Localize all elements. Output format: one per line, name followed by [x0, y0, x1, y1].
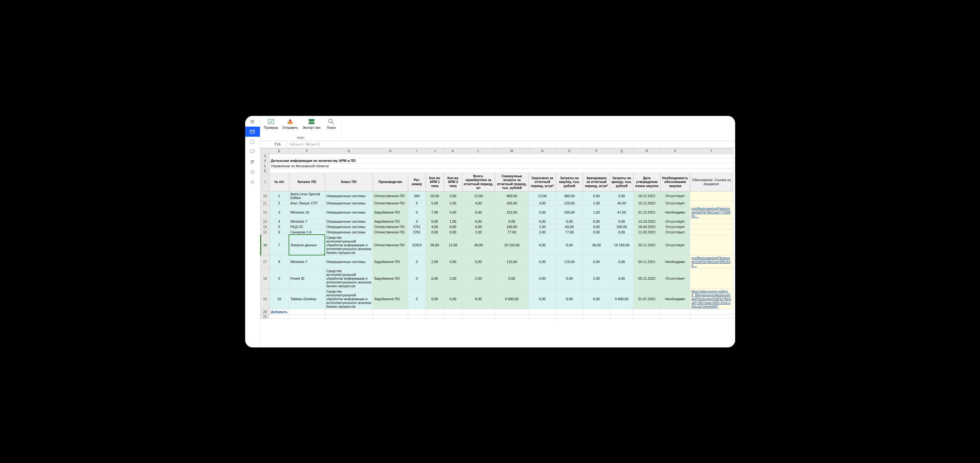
cell[interactable] — [325, 315, 372, 318]
cell-a2[interactable]: 2,00 — [444, 200, 462, 206]
row-header[interactable]: 6 — [261, 169, 269, 172]
cell-catalog[interactable]: Astra Linux Special Edition — [289, 191, 325, 200]
row-header[interactable]: 4 — [261, 158, 269, 163]
cell[interactable] — [690, 315, 733, 318]
table-header[interactable]: Затраты на аренду, тыс. рублей — [610, 172, 633, 191]
cell-reg[interactable]: 2291 — [408, 229, 425, 235]
cell-rcost[interactable]: 18 150,00 — [610, 235, 633, 255]
cell[interactable] — [583, 315, 610, 318]
ribbon-btn-export[interactable]: XLSX Экспорт xlsx — [301, 117, 322, 130]
cell-rcost[interactable]: 100,00 — [610, 224, 633, 229]
cell-link[interactable] — [690, 235, 733, 255]
cell-sum[interactable]: 0,00 — [495, 219, 529, 224]
cell[interactable] — [495, 309, 529, 315]
cell-bought[interactable]: 0,00 — [529, 268, 556, 289]
table-header[interactable]: Каталог ПО — [289, 172, 325, 191]
cell-a1[interactable]: 5,00 — [425, 200, 444, 206]
cell-prod[interactable]: Зарубежное ПО — [372, 268, 408, 289]
cell-reg[interactable]: 369 — [408, 191, 425, 200]
cell-sum[interactable]: 110,00 — [495, 255, 529, 268]
cell-date[interactable]: 31.12.2021 — [633, 206, 660, 219]
table-header[interactable]: Класс ПО — [325, 172, 372, 191]
row-header[interactable]: 11 — [261, 200, 269, 206]
cell-class[interactable]: Операционные системы — [325, 255, 372, 268]
cell-catalog[interactable]: РЕД ОС — [289, 224, 325, 229]
cell-bcost[interactable]: 480,00 — [556, 191, 583, 200]
cell-a2[interactable]: 12,00 — [444, 235, 462, 255]
cell-reg[interactable]: 9 — [408, 200, 425, 206]
cell-link[interactable] — [690, 191, 733, 200]
cell[interactable] — [462, 315, 495, 318]
cell-sum[interactable]: 0,00 — [495, 268, 529, 289]
cell-date[interactable]: 01.07.2022 — [633, 289, 660, 309]
table-header[interactable]: Необходимость обоснования закупки — [660, 172, 690, 191]
cell-prod[interactable]: Отечественное ПО — [372, 224, 408, 229]
cell-n[interactable]: 8 — [269, 255, 289, 268]
cell-total[interactable]: 2,00 — [462, 229, 495, 235]
cell-class[interactable]: Операционные системы — [325, 200, 372, 206]
cell[interactable] — [269, 315, 289, 318]
cell-rcost[interactable]: 0,00 — [610, 229, 633, 235]
cell-rent[interactable]: 0,00 — [583, 229, 610, 235]
cell-reg[interactable]: 0 — [408, 255, 425, 268]
cell-bought[interactable]: 0,00 — [529, 289, 556, 309]
col-header-T[interactable]: T — [690, 148, 733, 154]
cell-n[interactable]: 10 — [269, 289, 289, 309]
cell-a2[interactable]: 5,00 — [444, 289, 462, 309]
cell[interactable] — [610, 315, 633, 318]
cell-bought[interactable]: 5,00 — [529, 255, 556, 268]
cell-need[interactable]: Отсутствует — [660, 219, 690, 224]
cell-prod[interactable]: Зарубежное ПО — [372, 289, 408, 309]
row-header[interactable]: 17 — [261, 255, 269, 268]
select-all-corner[interactable] — [261, 148, 269, 154]
cell-reg[interactable]: 0 — [408, 289, 425, 309]
cell[interactable] — [610, 309, 633, 315]
cell-bought[interactable]: 3,00 — [529, 200, 556, 206]
cell-date[interactable]: 05.12.2022 — [633, 268, 660, 289]
cell-catalog[interactable]: Энергия данных… — [289, 235, 325, 255]
cell-date[interactable]: 11.02.2022 — [633, 229, 660, 235]
row-header[interactable]: 14 — [261, 224, 269, 229]
cell-class[interactable]: Операционные системы — [325, 229, 372, 235]
cell-rcost[interactable]: 0,00 — [610, 255, 633, 268]
cell-prod[interactable]: Зарубежное ПО — [372, 255, 408, 268]
cell-class[interactable]: Операционные системы — [325, 224, 372, 229]
cell-dropdown-icon[interactable]: … — [320, 249, 324, 254]
title-cell[interactable]: Детальная информация по количеству АРМ и… — [269, 158, 733, 163]
cell-date[interactable]: 15.12.2022 — [633, 200, 660, 206]
add-link[interactable]: Добавить — [271, 310, 288, 314]
table-header[interactable]: Затраты на закупку, тыс. рублей — [556, 172, 583, 191]
cell[interactable] — [633, 309, 660, 315]
cell-need[interactable]: Отсутствует — [660, 229, 690, 235]
subtitle-cell[interactable]: Управление по Московской области — [269, 163, 733, 169]
cell-class[interactable]: Операционные системы — [325, 191, 372, 200]
row-header[interactable]: 16 — [261, 235, 269, 255]
cell-n[interactable]: 3 — [269, 206, 289, 219]
cell-a2[interactable]: 1,00 — [444, 219, 462, 224]
name-box[interactable]: F16 — [269, 142, 287, 147]
row-header[interactable]: 20 — [261, 309, 269, 315]
cell-rent[interactable]: 0,00 — [583, 191, 610, 200]
col-header-O[interactable]: O — [556, 148, 583, 154]
cell-prod[interactable]: Зарубежное ПО — [372, 219, 408, 224]
cell-link[interactable]: https://data-energy.ru/lk/ru_9_99/extens… — [690, 289, 733, 309]
cell[interactable] — [690, 309, 733, 315]
cell-reg[interactable]: 3751 — [408, 224, 425, 229]
cell[interactable] — [660, 315, 690, 318]
ribbon-btn-search[interactable]: Поиск — [323, 117, 339, 130]
cell-total[interactable]: 12,00 — [462, 191, 495, 200]
cell-date[interactable]: 13.10.2022 — [633, 219, 660, 224]
cell-rcost[interactable]: 9 600,00 — [610, 289, 633, 309]
table-header[interactable]: Обоснование. Ссылка на документ — [690, 172, 733, 191]
sidebar-item-list[interactable] — [245, 157, 260, 167]
cell-catalog[interactable]: Windows 7 — [289, 219, 325, 224]
cell-sum[interactable]: 152,00 — [495, 206, 529, 219]
col-header-N[interactable]: N — [529, 148, 556, 154]
spreadsheet[interactable]: EFGHIJKLMNOPQRST34Детальная информация п… — [260, 148, 735, 347]
cell[interactable] — [325, 309, 372, 315]
cell-bcost[interactable]: 0,00 — [556, 289, 583, 309]
cell-reg[interactable]: 15919 — [408, 235, 425, 255]
cell-class[interactable]: Средства интеллектуальной обработки инфо… — [325, 289, 372, 309]
cell-need[interactable]: Отсутствует — [660, 268, 690, 289]
cell[interactable] — [269, 154, 733, 158]
